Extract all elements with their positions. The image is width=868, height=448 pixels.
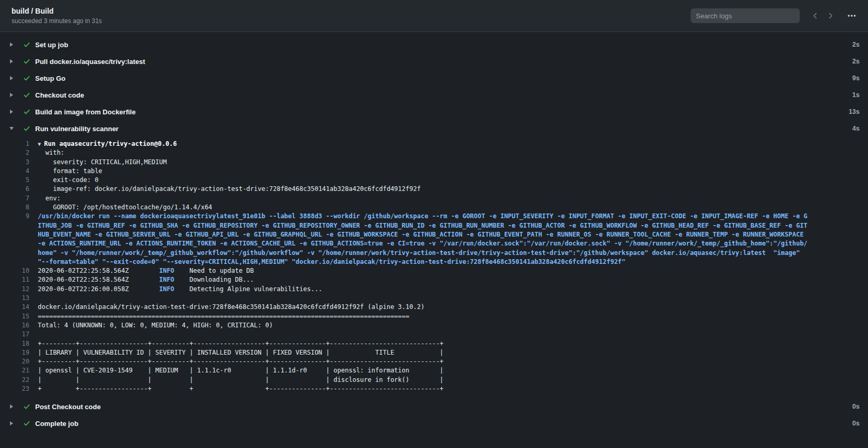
previous-match-button[interactable] — [807, 8, 823, 23]
log-line: 5 exit-code: 0 — [8, 176, 811, 185]
log-segment: image-ref: docker.io/danielpacak/trivy-a… — [38, 185, 421, 193]
log-line-number[interactable]: 23 — [8, 385, 29, 393]
log-segment: INFO — [159, 285, 174, 293]
log-segment: | openssl | CVE-2019-1549 | MEDIUM | 1.1… — [38, 367, 443, 374]
log-segment: +---------+------------------+----------… — [38, 340, 443, 347]
log-line-number[interactable]: 1 — [8, 140, 29, 148]
check-icon — [23, 58, 30, 65]
log-line-text: GOROOT: /opt/hostedtoolcache/go/1.14.4/x… — [38, 203, 811, 212]
step-duration: 2s — [852, 58, 860, 65]
log-line-number[interactable]: 12 — [8, 285, 29, 294]
step-duration: 1s — [852, 91, 860, 99]
step-row-complete-job[interactable]: Complete job0s — [0, 415, 868, 432]
log-line-text: 2020-06-02T22:26:00.058Z INFO Detecting … — [38, 285, 811, 294]
log-line-number[interactable]: 7 — [8, 194, 29, 203]
log-settings-button[interactable] — [844, 8, 860, 23]
log-line-number[interactable]: 15 — [8, 312, 29, 321]
triangle-right-icon[interactable] — [8, 110, 15, 114]
log-line-number[interactable]: 6 — [8, 185, 29, 194]
log-line-number[interactable]: 10 — [8, 266, 29, 275]
log-line-text: +---------+------------------+----------… — [38, 357, 811, 366]
log-line-text: | LIBRARY | VULNERABILITY ID | SEVERITY … — [38, 348, 811, 357]
triangle-right-icon[interactable] — [8, 59, 15, 63]
job-status-text: succeeded 3 minutes ago in 31s — [12, 17, 102, 25]
step-name: Pull docker.io/aquasec/trivy:latest — [35, 58, 852, 66]
log-segment: ========================================… — [38, 313, 409, 320]
log-line: 2 with: — [8, 148, 811, 157]
log-line-text: 2020-06-02T22:25:58.564Z INFO Downloadin… — [38, 275, 811, 284]
job-title: Build — [35, 7, 54, 15]
breadcrumb: build / Build — [12, 7, 102, 15]
log-line-number[interactable]: 13 — [8, 294, 29, 303]
log-line-number[interactable]: 9 — [8, 212, 29, 266]
log-line-number[interactable]: 22 — [8, 376, 29, 385]
log-line-number[interactable]: 21 — [8, 366, 29, 375]
log-line-text: + +------------------+ + +--------------… — [38, 385, 811, 393]
log-line-number[interactable]: 11 — [8, 275, 29, 284]
log-line: 102020-06-02T22:25:58.564Z INFO Need to … — [8, 266, 811, 275]
log-segment: Downloading DB... — [174, 276, 254, 283]
log-line: 3 severity: CRITICAL,HIGH,MEDIUM — [8, 158, 811, 167]
log-line: 16Total: 4 (UNKNOWN: 0, LOW: 0, MEDIUM: … — [8, 321, 811, 330]
triangle-down-icon[interactable] — [8, 127, 15, 130]
log-output-run-vulnerability-scanner: 1▼ Run aquasecurity/trivy-action@0.0.62 … — [0, 137, 868, 398]
triangle-right-icon[interactable] — [8, 421, 15, 425]
check-icon — [23, 41, 30, 48]
log-line: 6 image-ref: docker.io/danielpacak/trivy… — [8, 185, 811, 194]
log-segment: format: table — [38, 167, 102, 175]
log-line: 122020-06-02T22:26:00.058Z INFO Detectin… — [8, 285, 811, 294]
log-line-text: format: table — [38, 167, 811, 176]
log-line-number[interactable]: 14 — [8, 303, 29, 312]
triangle-right-icon[interactable] — [8, 404, 15, 409]
step-row-run-vulnerability-scanner[interactable]: Run vulnerability scanner4s — [0, 120, 868, 137]
log-line-number[interactable]: 18 — [8, 339, 29, 348]
triangle-right-icon[interactable] — [8, 93, 15, 97]
log-line: 1▼ Run aquasecurity/trivy-action@0.0.6 — [8, 140, 811, 148]
log-segment: INFO — [159, 267, 174, 274]
log-line-number[interactable]: 16 — [8, 321, 29, 330]
group-toggle-triangle-icon[interactable]: ▼ — [38, 141, 44, 147]
step-name: Setup Go — [35, 74, 852, 82]
step-name: Set up job — [35, 41, 852, 49]
log-line-number[interactable]: 2 — [8, 148, 29, 157]
step-duration: 13s — [849, 108, 860, 115]
step-duration: 2s — [852, 41, 860, 48]
log-line-text: ▼ Run aquasecurity/trivy-action@0.0.6 — [38, 140, 811, 148]
log-line-number[interactable]: 5 — [8, 176, 29, 185]
log-line-text: | | | | | | disclosure in fork() | — [38, 376, 811, 385]
step-row-pull-docker-io-aquasec-trivy-latest[interactable]: Pull docker.io/aquasec/trivy:latest2s — [0, 53, 868, 70]
log-segment: Run aquasecurity/trivy-action@0.0.6 — [44, 140, 177, 147]
step-row-checkout-code[interactable]: Checkout code1s — [0, 87, 868, 103]
log-line-number[interactable]: 17 — [8, 330, 29, 339]
log-line: 14docker.io/danielpacak/trivy-action-tes… — [8, 303, 811, 312]
chevron-left-icon — [811, 12, 819, 19]
log-line-number[interactable]: 4 — [8, 167, 29, 176]
step-row-build-an-image-from-dockerfile[interactable]: Build an image from Dockerfile13s — [0, 103, 868, 120]
log-line-number[interactable]: 3 — [8, 158, 29, 167]
log-line-text: exit-code: 0 — [38, 176, 811, 185]
search-logs-input[interactable] — [691, 8, 800, 23]
log-line: 8 GOROOT: /opt/hostedtoolcache/go/1.14.4… — [8, 203, 811, 212]
log-line: 4 format: table — [8, 167, 811, 176]
step-row-setup-go[interactable]: Setup Go9s — [0, 70, 868, 87]
log-segment: exit-code: 0 — [38, 176, 99, 184]
step-row-post-checkout-code[interactable]: Post Checkout code0s — [0, 398, 868, 415]
step-duration: 4s — [852, 125, 860, 132]
check-icon — [23, 74, 30, 82]
triangle-right-icon[interactable] — [8, 42, 15, 47]
kebab-horizontal-icon — [847, 11, 856, 20]
job-breadcrumb-prefix: build / — [12, 7, 33, 15]
steps-list: Set up job2sPull docker.io/aquasec/trivy… — [0, 32, 868, 432]
triangle-right-icon[interactable] — [8, 76, 15, 80]
log-line-text: | openssl | CVE-2019-1549 | MEDIUM | 1.1… — [38, 366, 811, 375]
log-line-number[interactable]: 8 — [8, 203, 29, 212]
log-line-number[interactable]: 19 — [8, 348, 29, 357]
step-row-set-up-job[interactable]: Set up job2s — [0, 36, 868, 53]
log-segment: +---------+------------------+----------… — [38, 358, 443, 365]
log-segment: 2020-06-02T22:25:58.564Z — [38, 267, 159, 274]
next-match-button[interactable] — [823, 8, 839, 23]
log-viewer-header: build / Build succeeded 3 minutes ago in… — [0, 0, 868, 32]
step-duration: 0s — [852, 420, 860, 427]
log-line-number[interactable]: 20 — [8, 357, 29, 366]
log-segment: + +------------------+ + +--------------… — [38, 385, 443, 392]
